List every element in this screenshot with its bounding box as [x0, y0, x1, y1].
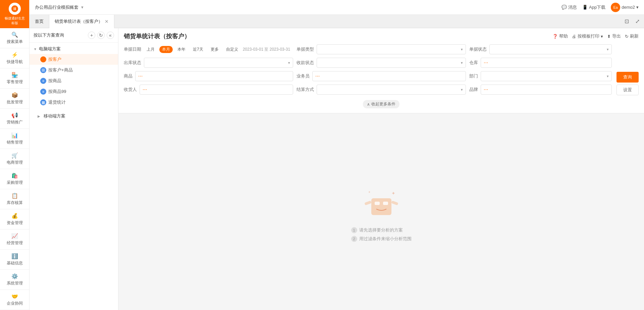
sidebar-item-ecommerce-label: 电商管理: [7, 160, 23, 165]
date-btn-this-year[interactable]: 本年: [175, 46, 188, 53]
sidebar-item-inventory-label: 库存核算: [7, 200, 23, 206]
collapse-panel-btn[interactable]: «: [107, 32, 114, 39]
tree-item-by-product-label: 按商品: [48, 78, 61, 84]
svg-text:✦: ✦: [391, 191, 395, 196]
department-select[interactable]: ▾: [481, 71, 612, 81]
industry-dropdown-icon[interactable]: ▾: [81, 5, 84, 10]
date-range-text: 2023-03-01 至 2023-03-31: [243, 47, 290, 52]
receiver-dots: ···: [143, 87, 147, 93]
tree-item-by-product-99[interactable]: ≡ 按商品99: [30, 86, 118, 97]
app-logo: 畅捷通好生意 标版: [0, 0, 30, 28]
sidebar-item-search-label: 搜索菜单: [7, 39, 23, 45]
sidebar-item-inventory[interactable]: 📋 库存核算: [0, 189, 29, 209]
sidebar-item-purchase[interactable]: 🛍️ 采购管理: [0, 169, 29, 189]
bill-type-select[interactable]: ▾: [317, 44, 466, 54]
tab-restore-btn[interactable]: ⊡: [623, 17, 631, 25]
tab-expand-btn[interactable]: ⤢: [633, 17, 641, 25]
payment-status-select[interactable]: ▾: [317, 58, 466, 68]
export-btn[interactable]: ⬆ 导出: [607, 33, 621, 39]
settings-btn[interactable]: 设置: [616, 85, 639, 95]
refresh-scheme-btn[interactable]: ↻: [97, 32, 105, 39]
sidebar-item-search[interactable]: 🔍 搜索菜单: [0, 28, 29, 48]
date-btn-more[interactable]: 更多: [208, 46, 221, 53]
tab-close-icon[interactable]: ✕: [105, 19, 109, 24]
message-btn[interactable]: 💬 消息: [561, 4, 577, 10]
tree-group-mobile: ▶ 移动端方案: [30, 109, 118, 123]
receiver-select[interactable]: ···: [140, 85, 293, 95]
date-btn-this-month[interactable]: 本月: [159, 46, 173, 53]
sidebar-item-sales[interactable]: 📊 销售管理: [0, 129, 29, 149]
collapse-btn[interactable]: ∧ 收起更多条件: [363, 100, 399, 108]
help-btn[interactable]: ❓ 帮助: [552, 33, 568, 39]
tree-group-pc-header[interactable]: ▼ 电脑端方案: [30, 44, 118, 54]
brand-dots: ···: [484, 87, 488, 93]
tree-group-pc-label: 电脑端方案: [39, 46, 61, 52]
tree-item-by-customer-product[interactable]: ⊞ 按客户+商品: [30, 65, 118, 75]
by-customer-product-icon: ⊞: [40, 67, 46, 73]
department-label: 部门: [469, 73, 478, 79]
main-container: 办公用品行业模拟账套 ▾ 💬 消息 📱 App下载 Ea demo2 ▾ 首: [30, 0, 644, 310]
brand-select[interactable]: ···: [481, 85, 612, 95]
tree-item-by-product[interactable]: ≡ 按商品: [30, 75, 118, 86]
out-status-select[interactable]: ▾: [144, 58, 293, 68]
template-print-icon: 🖨: [572, 34, 576, 39]
template-print-btn[interactable]: 🖨 按模板打印 ▾: [572, 33, 603, 39]
tab-home[interactable]: 首页: [30, 15, 49, 28]
left-panel-actions: + ↻ «: [88, 32, 114, 39]
filter-wrapper: 销货单统计表（按客户） ❓ 帮助 🖨 按模板打印 ▾: [118, 28, 644, 113]
header-right: 💬 消息 📱 App下载 Ea demo2 ▾: [561, 3, 639, 12]
brand-label: 品牌: [469, 87, 478, 93]
retail-icon: 🏪: [11, 72, 18, 78]
svg-rect-4: [391, 201, 398, 205]
sidebar-item-basic[interactable]: ℹ️ 基础信息: [0, 250, 29, 270]
tab-bar: 首页 销货单统计表（按客户） ✕ ⊡ ⤢: [30, 15, 644, 28]
settlement-select[interactable]: ▾: [317, 85, 466, 95]
marketing-icon: 📢: [11, 112, 18, 118]
sidebar-item-purchase-label: 采购管理: [7, 180, 23, 186]
product-select[interactable]: ···: [135, 71, 293, 81]
export-icon: ⬆: [607, 34, 611, 39]
sidebar-item-cooperation[interactable]: 🤝 企业协同: [0, 290, 29, 310]
add-scheme-btn[interactable]: +: [88, 32, 95, 39]
tree-group-mobile-header[interactable]: ▶ 移动端方案: [34, 111, 114, 121]
salesperson-label: 业务员: [297, 73, 310, 79]
operation-icon: 📈: [11, 233, 18, 239]
warehouse-select[interactable]: ···: [481, 58, 612, 68]
refresh-btn[interactable]: ↻ 刷新: [625, 33, 639, 39]
tree-item-by-customer[interactable]: 按客户: [30, 54, 118, 65]
tip-text-1: 请先选择要分析的方案: [359, 227, 403, 233]
sidebar-item-system[interactable]: ⚙️ 系统管理: [0, 270, 29, 290]
salesperson-select[interactable]: ···: [312, 71, 466, 81]
finance-icon: 💰: [11, 213, 18, 219]
sidebar-item-operation[interactable]: 📈 经营管理: [0, 229, 29, 250]
sidebar-item-retail[interactable]: 🏪 零售管理: [0, 68, 29, 89]
sidebar: 畅捷通好生意 标版 🔍 搜索菜单 ⚡ 快捷导航 🏪 零售管理 📦 批发管理 📢 …: [0, 0, 30, 310]
help-label: 帮助: [559, 33, 568, 39]
sidebar-item-finance[interactable]: 💰 资金管理: [0, 209, 29, 229]
user-name: demo2: [622, 5, 635, 10]
tree-item-return-stat[interactable]: ▦ 退货统计: [30, 97, 118, 108]
sidebar-item-wholesale[interactable]: 📦 批发管理: [0, 89, 29, 109]
date-btn-7days[interactable]: 近7天: [190, 46, 206, 53]
sidebar-item-ecommerce[interactable]: 🛒 电商管理: [0, 149, 29, 169]
filter-item-settlement: 结算方式 ▾: [297, 85, 466, 95]
date-btn-last-month[interactable]: 上月: [144, 46, 157, 53]
tree-group-mobile-arrow: ▶: [38, 114, 40, 118]
tip-num-2: 2: [351, 236, 357, 242]
sidebar-item-basic-label: 基础信息: [7, 260, 23, 266]
template-print-label: 按模板打印: [578, 33, 599, 39]
sidebar-item-sales-label: 销售管理: [7, 140, 23, 145]
user-menu[interactable]: Ea demo2 ▾: [611, 3, 639, 12]
avatar-text: Ea: [613, 5, 618, 9]
query-btn[interactable]: 查询: [616, 72, 639, 83]
bill-status-select[interactable]: ▾: [489, 44, 612, 54]
sidebar-item-marketing[interactable]: 📢 营销推广: [0, 109, 29, 129]
filter-item-payment-status: 收款状态 ▾: [297, 58, 466, 68]
tab-home-label: 首页: [35, 18, 44, 24]
sidebar-item-quick-nav[interactable]: ⚡ 快捷导航: [0, 48, 29, 68]
date-btn-custom[interactable]: 自定义: [223, 46, 241, 53]
warehouse-dots: ···: [484, 60, 488, 66]
tab-sales-stat[interactable]: 销货单统计表（按客户） ✕: [49, 15, 114, 28]
left-panel-title: 按以下方案查询: [34, 32, 64, 38]
app-download-btn[interactable]: 📱 App下载: [582, 4, 605, 10]
